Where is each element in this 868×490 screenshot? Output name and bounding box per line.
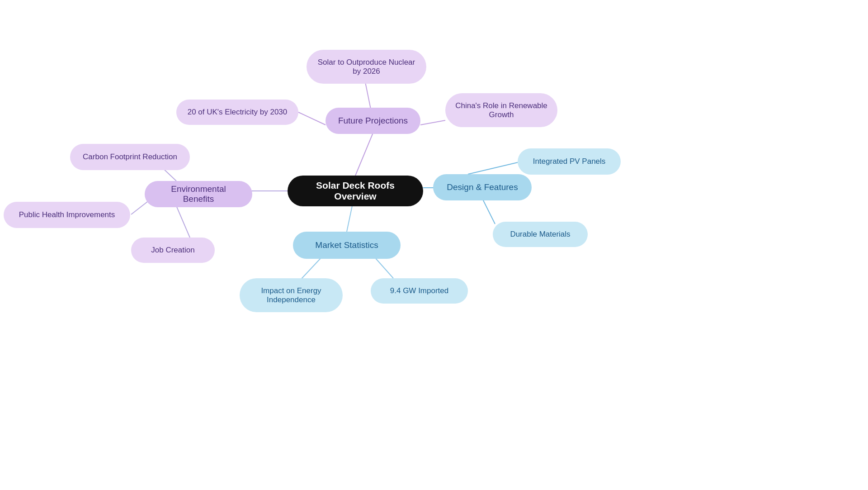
integrated-pv-node: Integrated PV Panels — [518, 148, 621, 175]
carbon-footprint-node: Carbon Footprint Reduction — [70, 144, 190, 170]
svg-line-9 — [301, 258, 321, 280]
gw-imported-node: 9.4 GW Imported — [371, 278, 468, 304]
svg-line-2 — [298, 112, 326, 125]
uk-electricity-node: 20 of UK's Electricity by 2030 — [176, 100, 298, 125]
durable-materials-node: Durable Materials — [493, 222, 588, 247]
energy-independence-node: Impact on Energy Independence — [240, 278, 343, 312]
environmental-benefits-node: Environmental Benefits — [145, 181, 252, 207]
public-health-node: Public Health Improvements — [4, 202, 130, 228]
svg-line-13 — [481, 197, 495, 224]
china-role-node: China's Role in Renewable Growth — [445, 93, 557, 127]
svg-line-7 — [176, 206, 190, 238]
job-creation-node: Job Creation — [131, 238, 215, 263]
svg-line-10 — [375, 258, 393, 278]
svg-line-0 — [355, 133, 373, 176]
center-node: Solar Deck Roofs Overview — [288, 176, 423, 206]
future-projections-node: Future Projections — [326, 108, 420, 134]
market-statistics-node: Market Statistics — [293, 232, 401, 259]
design-features-node: Design & Features — [433, 174, 532, 200]
solar-nuclear-node: Solar to Outproduce Nuclear by 2026 — [307, 50, 426, 84]
svg-line-3 — [420, 120, 445, 125]
svg-line-12 — [468, 162, 518, 174]
